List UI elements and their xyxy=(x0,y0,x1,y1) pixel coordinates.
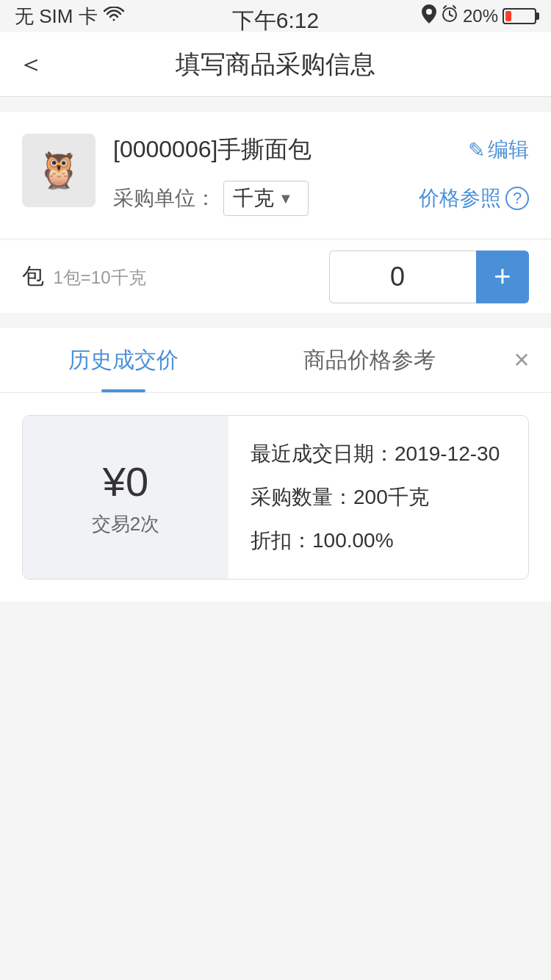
back-button[interactable]: ＜ xyxy=(18,46,44,82)
unit-value: 千克 xyxy=(233,184,274,212)
nav-bar: ＜ 填写商品采购信息 xyxy=(0,32,551,97)
price-reference-button[interactable]: 价格参照 ? xyxy=(419,184,529,212)
edit-button[interactable]: ✎ 编辑 xyxy=(468,136,529,164)
edit-label: 编辑 xyxy=(488,136,529,164)
quantity-plus-button[interactable]: + xyxy=(476,251,529,303)
location-icon xyxy=(422,4,436,28)
price-card: ¥0 交易2次 最近成交日期：2019-12-30 采购数量：200千克 折扣：… xyxy=(22,415,529,580)
tab-close-button[interactable]: × xyxy=(492,328,551,392)
product-logo-icon: 🦉 xyxy=(37,150,81,191)
info-icon: ? xyxy=(505,187,529,210)
quantity-section: 包 1包=10千克 + xyxy=(0,239,551,313)
price-trades: 交易2次 xyxy=(92,511,159,537)
tab-product-price-ref[interactable]: 商品价格参考 xyxy=(246,328,492,392)
recent-date-row: 最近成交日期：2019-12-30 xyxy=(251,439,506,468)
recent-date-value: 2019-12-30 xyxy=(395,442,500,465)
close-icon: × xyxy=(514,345,529,375)
unit-label: 采购单位： xyxy=(113,184,216,212)
battery-percentage: 20% xyxy=(463,6,498,26)
status-time: 下午6:12 xyxy=(232,6,319,36)
recent-date-label: 最近成交日期： xyxy=(251,442,395,465)
discount-label: 折扣： xyxy=(251,529,312,552)
quantity-sub-label: 1包=10千克 xyxy=(53,267,145,287)
product-name-row: [0000006]手撕面包 ✎ 编辑 xyxy=(113,134,529,166)
discount-value: 100.00% xyxy=(312,529,394,552)
quantity-row: 采购数量：200千克 xyxy=(251,483,506,511)
quantity-detail-label: 采购数量： xyxy=(251,486,353,508)
svg-line-3 xyxy=(450,15,453,16)
battery-icon xyxy=(503,8,536,24)
status-left: 无 SIM 卡 xyxy=(15,4,124,29)
page-title: 填写商品采购信息 xyxy=(176,48,375,82)
tab-history-price-label: 历史成交价 xyxy=(68,345,179,375)
tab-active-indicator xyxy=(101,389,145,392)
battery-fill xyxy=(505,11,511,21)
unit-select-dropdown[interactable]: 千克 ▼ xyxy=(223,181,309,216)
tab-history-price[interactable]: 历史成交价 xyxy=(0,328,246,392)
chevron-down-icon: ▼ xyxy=(278,190,293,207)
product-image: 🦉 xyxy=(22,134,96,207)
plus-icon: + xyxy=(494,260,511,293)
tab-product-price-ref-label: 商品价格参考 xyxy=(303,345,436,375)
quantity-input[interactable] xyxy=(329,251,476,303)
product-card: 🦉 [0000006]手撕面包 ✎ 编辑 采购单位： 千克 ▼ xyxy=(0,112,551,238)
price-right-panel: 最近成交日期：2019-12-30 采购数量：200千克 折扣：100.00% xyxy=(228,416,528,579)
price-amount: ¥0 xyxy=(103,458,148,505)
edit-icon: ✎ xyxy=(468,138,485,162)
quantity-label-group: 包 1包=10千克 xyxy=(22,262,146,292)
svg-point-0 xyxy=(426,9,432,15)
price-ref-label: 价格参照 xyxy=(419,184,501,212)
price-left-panel: ¥0 交易2次 xyxy=(23,416,228,579)
product-name: [0000006]手撕面包 xyxy=(113,134,311,166)
quantity-detail-value: 200千克 xyxy=(353,486,429,508)
quantity-unit-label: 包 xyxy=(22,264,44,288)
product-info: [0000006]手撕面包 ✎ 编辑 采购单位： 千克 ▼ 价格参照 ? xyxy=(113,134,529,216)
unit-selector-group: 采购单位： 千克 ▼ xyxy=(113,181,309,216)
unit-row: 采购单位： 千克 ▼ 价格参照 ? xyxy=(113,181,529,216)
alarm-icon xyxy=(441,5,458,27)
discount-row: 折扣：100.00% xyxy=(251,526,506,555)
wifi-icon xyxy=(104,5,124,28)
tabs-header: 历史成交价 商品价格参考 × xyxy=(0,328,551,392)
status-right: 20% xyxy=(422,4,536,28)
quantity-input-group: + xyxy=(329,251,529,303)
tab-content-history-price: ¥0 交易2次 最近成交日期：2019-12-30 采购数量：200千克 折扣：… xyxy=(0,393,551,602)
status-bar: 无 SIM 卡 下午6:12 20 xyxy=(0,0,551,32)
carrier-text: 无 SIM 卡 xyxy=(15,4,98,29)
tabs-section: 历史成交价 商品价格参考 × xyxy=(0,328,551,393)
svg-line-5 xyxy=(453,6,455,8)
svg-line-4 xyxy=(444,6,446,8)
product-header: 🦉 [0000006]手撕面包 ✎ 编辑 采购单位： 千克 ▼ xyxy=(22,134,529,216)
